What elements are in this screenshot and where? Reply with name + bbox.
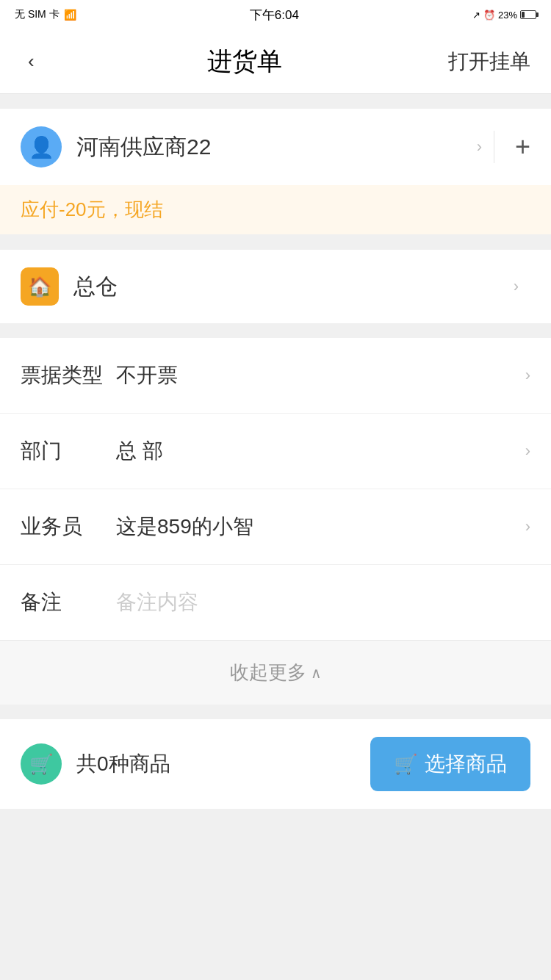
avatar-icon: 👤 — [29, 135, 54, 159]
status-right: ↗ ⏰ 23% — [472, 10, 536, 21]
notice-banner: 应付-20元，现结 — [0, 185, 551, 234]
select-product-icon: 🛒 — [394, 753, 417, 776]
warehouse-icon-glyph: 🏠 — [28, 275, 51, 298]
notice-text: 应付-20元，现结 — [21, 198, 163, 220]
department-chevron-icon: › — [525, 442, 530, 461]
back-button[interactable]: ‹ — [21, 43, 42, 80]
department-label: 部门 — [21, 437, 116, 465]
status-bar: 无 SIM 卡 📶 下午6:04 ↗ ⏰ 23% — [0, 0, 551, 29]
bottom-bar: 🛒 共0种商品 🛒 选择商品 — [0, 719, 551, 809]
collapse-arrow-icon: ∧ — [311, 664, 322, 682]
supplier-name: 河南供应商22 — [76, 132, 477, 162]
remark-placeholder: 备注内容 — [116, 588, 530, 616]
salesperson-value: 这是859的小智 — [116, 513, 525, 541]
product-cart-icon: 🛒 — [29, 753, 53, 776]
status-time: 下午6:04 — [250, 7, 299, 24]
salesperson-row[interactable]: 业务员 这是859的小智 › — [0, 489, 551, 565]
page-fill — [0, 809, 551, 956]
supplier-section: 👤 河南供应商22 › + 应付-20元，现结 — [0, 109, 551, 234]
product-count: 共0种商品 — [76, 750, 370, 778]
invoice-type-chevron-icon: › — [525, 366, 530, 385]
warehouse-row[interactable]: 🏠 总仓 › — [0, 249, 551, 323]
invoice-type-value: 不开票 — [116, 361, 525, 389]
department-row[interactable]: 部门 总 部 › — [0, 414, 551, 489]
status-left: 无 SIM 卡 📶 — [15, 8, 76, 21]
warehouse-icon: 🏠 — [21, 267, 59, 306]
open-pending-button[interactable]: 打开挂单 — [448, 48, 530, 76]
page-title: 进货单 — [207, 45, 282, 79]
nav-bar: ‹ 进货单 打开挂单 — [0, 29, 551, 94]
department-value: 总 部 — [116, 437, 525, 465]
supplier-chevron-icon: › — [477, 137, 482, 156]
supplier-avatar: 👤 — [21, 126, 62, 167]
vertical-divider — [494, 131, 494, 163]
remark-label: 备注 — [21, 588, 116, 616]
collapse-row[interactable]: 收起更多 ∧ — [0, 640, 551, 705]
supplier-row[interactable]: 👤 河南供应商22 › + — [0, 109, 551, 185]
top-divider — [0, 94, 551, 109]
invoice-type-row[interactable]: 票据类型 不开票 › — [0, 338, 551, 414]
select-product-button[interactable]: 🛒 选择商品 — [370, 737, 530, 791]
carrier-text: 无 SIM 卡 — [15, 8, 60, 21]
form-section: 票据类型 不开票 › 部门 总 部 › 业务员 这是859的小智 › 备注 备注… — [0, 338, 551, 640]
product-icon-wrap: 🛒 — [21, 743, 62, 785]
salesperson-label: 业务员 — [21, 513, 116, 541]
battery-icon — [520, 10, 536, 19]
invoice-type-label: 票据类型 — [21, 361, 116, 389]
add-supplier-button[interactable]: + — [515, 131, 530, 162]
wifi-icon: 📶 — [64, 9, 76, 21]
remark-row[interactable]: 备注 备注内容 — [0, 565, 551, 640]
warehouse-name: 总仓 — [73, 272, 514, 302]
warehouse-section: 🏠 总仓 › — [0, 249, 551, 323]
location-icon: ↗ — [472, 10, 480, 21]
salesperson-chevron-icon: › — [525, 517, 530, 536]
battery-text: 23% — [498, 10, 517, 21]
alarm-icon: ⏰ — [483, 10, 495, 21]
select-product-label: 选择商品 — [425, 750, 507, 778]
collapse-label: 收起更多 — [230, 660, 306, 685]
warehouse-chevron-icon: › — [514, 277, 519, 296]
